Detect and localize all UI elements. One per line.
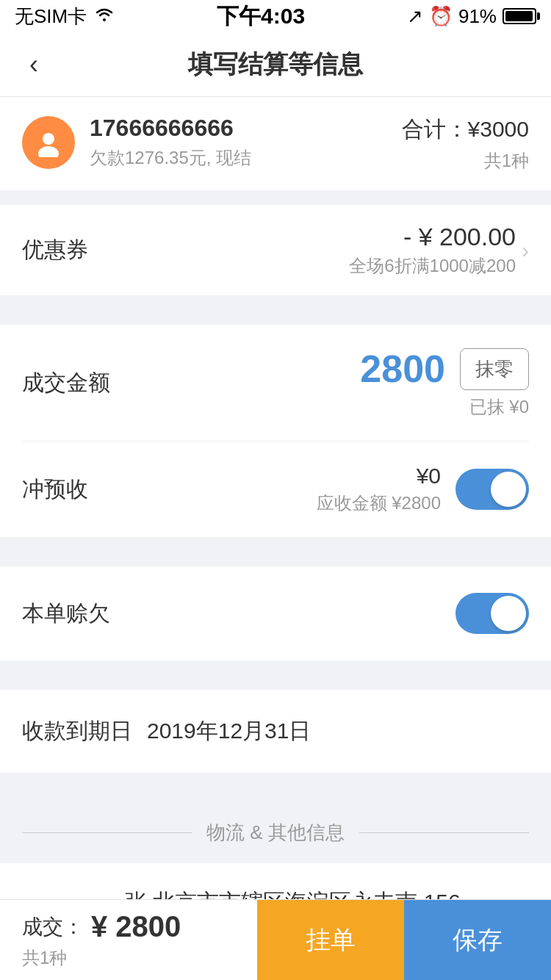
prepay-amount: ¥0 — [317, 464, 441, 489]
status-bar: 无SIM卡 下午4:03 ↗ ⏰ 91% — [0, 0, 551, 32]
bottom-transaction-label: 成交： ¥ 2800 — [22, 910, 235, 943]
logistics-divider-text: 物流 & 其他信息 — [206, 820, 345, 846]
bottom-amount: ¥ 2800 — [91, 910, 181, 943]
customer-right: 合计：¥3000 共1种 — [402, 115, 529, 173]
transaction-label: 成交金额 — [22, 368, 110, 398]
avatar — [22, 116, 75, 169]
section-divider-1 — [0, 310, 551, 325]
status-right: ↗ ⏰ 91% — [407, 5, 536, 28]
status-left: 无SIM卡 — [15, 4, 115, 29]
due-date-value: 2019年12月31日 — [147, 716, 311, 746]
customer-debt: 欠款1276.35元, 现结 — [90, 146, 251, 170]
coupon-section[interactable]: 优惠券 - ¥ 200.00 全场6折满1000减200 › — [0, 205, 551, 295]
carrier-text: 无SIM卡 — [15, 4, 87, 29]
coupon-discount: - ¥ 200.00 — [349, 223, 516, 251]
debt-toggle-knob — [491, 596, 526, 631]
transaction-sub-text: 已抹 ¥0 — [469, 395, 529, 419]
wifi-icon — [94, 5, 115, 28]
total-count: 共1种 — [402, 149, 529, 173]
svg-point-1 — [38, 146, 59, 157]
toggle-knob — [491, 472, 526, 507]
debt-section: 本单赊欠 — [0, 566, 551, 660]
battery-percent: 91% — [458, 5, 497, 28]
bottom-bar: 成交： ¥ 2800 共1种 挂单 保存 — [0, 899, 551, 980]
transaction-amount-row: 成交金额 2800 抹零 已抹 ¥0 — [22, 325, 529, 442]
section-divider-3 — [0, 660, 551, 675]
battery-icon — [503, 8, 536, 24]
save-button[interactable]: 保存 — [404, 900, 551, 981]
location-icon: ↗ — [407, 5, 423, 28]
svg-point-0 — [43, 133, 54, 145]
prepay-right: ¥0 应收金额 ¥2800 — [317, 464, 529, 515]
divider-line-left — [22, 832, 192, 833]
status-time: 下午4:03 — [217, 1, 305, 32]
round-zero-button[interactable]: 抹零 — [460, 348, 529, 390]
section-divider-4 — [0, 773, 551, 788]
due-date-label: 收款到期日 — [22, 716, 132, 746]
hang-order-button[interactable]: 挂单 — [257, 900, 404, 981]
divider-line-right — [359, 832, 529, 833]
logistics-divider: 物流 & 其他信息 — [0, 802, 551, 863]
customer-info: 17666666666 欠款1276.35元, 现结 — [90, 115, 251, 170]
total-amount: 合计：¥3000 — [402, 115, 529, 145]
bottom-count: 共1种 — [22, 946, 235, 970]
prepay-receivable: 应收金额 ¥2800 — [317, 491, 441, 515]
debt-row: 本单赊欠 — [22, 566, 529, 660]
main-content: 17666666666 欠款1276.35元, 现结 合计：¥3000 共1种 … — [0, 97, 551, 980]
prepay-toggle[interactable] — [455, 469, 529, 510]
coupon-arrow-icon: › — [522, 238, 529, 263]
prepay-value-block: ¥0 应收金额 ¥2800 — [317, 464, 441, 515]
prepay-label: 冲预收 — [22, 475, 88, 505]
debt-label: 本单赊欠 — [22, 599, 110, 629]
coupon-description: 全场6折满1000减200 — [349, 254, 516, 278]
customer-section: 17666666666 欠款1276.35元, 现结 合计：¥3000 共1种 — [0, 97, 551, 190]
nav-bar: ‹ 填写结算等信息 — [0, 32, 551, 97]
customer-left: 17666666666 欠款1276.35元, 现结 — [22, 115, 251, 170]
bottom-info: 成交： ¥ 2800 共1种 — [0, 910, 257, 970]
section-divider-2 — [0, 537, 551, 552]
coupon-label: 优惠券 — [22, 235, 88, 265]
prepay-row: 冲预收 ¥0 应收金额 ¥2800 — [22, 442, 529, 537]
alarm-icon: ⏰ — [429, 5, 453, 28]
back-button[interactable]: ‹ — [22, 42, 46, 87]
customer-phone: 17666666666 — [90, 115, 251, 142]
due-date-section: 收款到期日 2019年12月31日 — [0, 690, 551, 773]
transaction-amount: 2800 — [360, 347, 445, 391]
debt-toggle[interactable] — [455, 593, 529, 634]
transaction-value-block: 2800 抹零 — [360, 347, 529, 391]
page-title: 填写结算等信息 — [188, 48, 363, 82]
due-date-row: 收款到期日 2019年12月31日 — [22, 690, 529, 773]
coupon-value-block: - ¥ 200.00 全场6折满1000减200 — [349, 223, 516, 278]
amount-section: 成交金额 2800 抹零 已抹 ¥0 冲预收 ¥0 应收金额 ¥2800 — [0, 325, 551, 537]
